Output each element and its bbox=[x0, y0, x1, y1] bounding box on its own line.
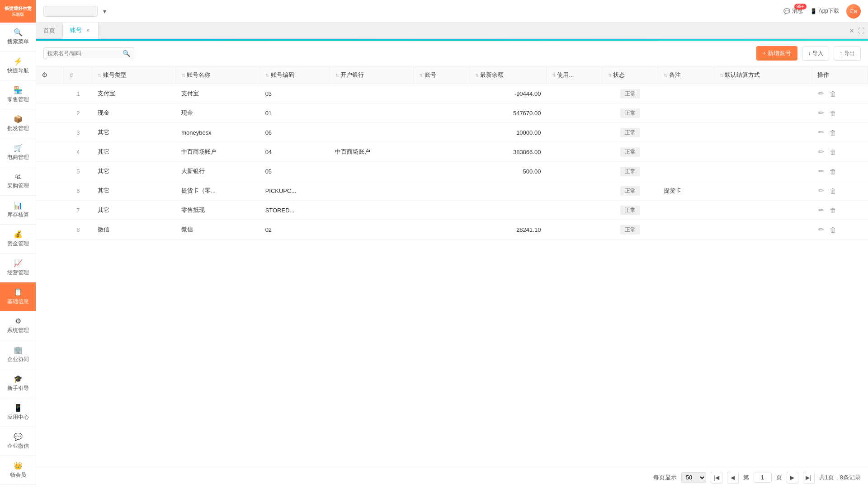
row-name-cell: 大新银行 bbox=[176, 162, 259, 181]
delete-button[interactable]: 🗑 bbox=[829, 147, 837, 157]
col-settings[interactable]: ⚙ bbox=[36, 66, 64, 84]
col-use-header[interactable]: ⇅ 使用... bbox=[546, 66, 602, 84]
sidebar-item-wechat[interactable]: 💬企业微信 bbox=[0, 427, 36, 456]
col-payment-header[interactable]: ⇅ 默认结算方式 bbox=[714, 66, 811, 84]
col-name-header[interactable]: ⇅ 账号名称 bbox=[176, 66, 259, 84]
close-window-button[interactable]: ✕ bbox=[849, 27, 854, 34]
dropdown-button[interactable]: ▾ bbox=[103, 8, 106, 15]
edit-button[interactable]: ✏ bbox=[817, 186, 825, 196]
col-balance-header[interactable]: ⇅ 最新余额 bbox=[469, 66, 546, 84]
per-page-label: 每页显示 bbox=[653, 474, 677, 482]
action-buttons: ✏ 🗑 bbox=[817, 147, 863, 157]
sort-icon-account: ⇅ bbox=[419, 73, 423, 78]
header-left: ▾ bbox=[43, 6, 106, 17]
header-search-input[interactable] bbox=[43, 6, 98, 17]
sidebar-icon-enterprise: 🏢 bbox=[14, 346, 23, 354]
sidebar-item-guide[interactable]: 🎓新手引导 bbox=[0, 369, 36, 398]
edit-button[interactable]: ✏ bbox=[817, 166, 825, 176]
delete-button[interactable]: 🗑 bbox=[829, 128, 837, 137]
sidebar-item-system[interactable]: ⚙系统管理 bbox=[0, 311, 36, 340]
maximize-window-button[interactable]: ⛶ bbox=[858, 27, 864, 34]
row-bank-cell bbox=[330, 220, 413, 239]
delete-button[interactable]: 🗑 bbox=[829, 225, 837, 235]
col-account-header[interactable]: ⇅ 账号 bbox=[414, 66, 470, 84]
row-action-cell: ✏ 🗑 bbox=[812, 123, 868, 142]
sidebar-item-basic-info[interactable]: 📋基础信息 bbox=[0, 282, 36, 311]
sidebar-icon-basic-info: 📋 bbox=[14, 288, 23, 296]
col-note-header[interactable]: ⇅ 备注 bbox=[658, 66, 714, 84]
table-row: 3 其它 moneybosx 06 10000.00 正常 ✏ 🗑 bbox=[36, 123, 868, 142]
sidebar-item-quick-nav[interactable]: ⚡快捷导航 bbox=[0, 52, 36, 80]
export-icon: ↑ bbox=[840, 50, 842, 56]
sidebar-item-app-center[interactable]: 📱应用中心 bbox=[0, 398, 36, 427]
edit-button[interactable]: ✏ bbox=[817, 108, 825, 118]
sidebar-item-inventory[interactable]: 📊库存核算 bbox=[0, 196, 36, 225]
row-note-cell: 提货卡 bbox=[658, 181, 714, 201]
row-bank-cell bbox=[330, 162, 413, 181]
edit-button[interactable]: ✏ bbox=[817, 225, 825, 235]
edit-button[interactable]: ✏ bbox=[817, 147, 825, 157]
row-name-cell: moneybosx bbox=[176, 123, 259, 142]
delete-button[interactable]: 🗑 bbox=[829, 186, 837, 196]
edit-button[interactable]: ✏ bbox=[817, 89, 825, 99]
row-status-cell: 正常 bbox=[602, 201, 658, 220]
row-code-cell: STORED... bbox=[260, 201, 330, 220]
first-page-button[interactable]: |◀ bbox=[711, 472, 722, 483]
export-label: 导出 bbox=[844, 50, 855, 57]
edit-button[interactable]: ✏ bbox=[817, 205, 825, 215]
delete-button[interactable]: 🗑 bbox=[829, 167, 837, 176]
per-page-select[interactable]: 50 20 100 bbox=[681, 472, 706, 483]
sidebar-item-member[interactable]: 👑畅会员 bbox=[0, 456, 36, 485]
export-button[interactable]: ↑ 导出 bbox=[834, 47, 861, 61]
col-status-header[interactable]: ⇅ 状态 bbox=[602, 66, 658, 84]
delete-button[interactable]: 🗑 bbox=[829, 206, 837, 215]
message-button[interactable]: 💬 消息 99+ bbox=[783, 7, 803, 15]
tab-account[interactable]: 账号 ✕ bbox=[63, 23, 99, 39]
edit-button[interactable]: ✏ bbox=[817, 127, 825, 137]
search-input[interactable] bbox=[47, 50, 120, 56]
last-page-button[interactable]: ▶| bbox=[803, 472, 815, 483]
row-use-cell bbox=[546, 220, 602, 239]
row-account-cell bbox=[414, 220, 470, 239]
sidebar-item-ecommerce[interactable]: 🛒电商管理 bbox=[0, 138, 36, 167]
sidebar-item-wholesale[interactable]: 📦批发管理 bbox=[0, 109, 36, 138]
col-bank-header[interactable]: ⇅ 开户银行 bbox=[330, 66, 413, 84]
delete-button[interactable]: 🗑 bbox=[829, 89, 837, 99]
toolbar-right: + 新增账号 ↓ 导入 ↑ 导出 bbox=[756, 46, 861, 61]
delete-button[interactable]: 🗑 bbox=[829, 108, 837, 118]
total-label: 共1页，8条记录 bbox=[819, 474, 861, 482]
sidebar-item-purchase[interactable]: 🛍采购管理 bbox=[0, 167, 36, 196]
col-code-header[interactable]: ⇅ 账号编码 bbox=[260, 66, 330, 84]
sort-icon-use: ⇅ bbox=[552, 73, 556, 78]
row-status-cell: 正常 bbox=[602, 103, 658, 123]
tab-account-close[interactable]: ✕ bbox=[85, 27, 91, 33]
col-type-header[interactable]: ⇅ 账号类型 bbox=[92, 66, 176, 84]
row-settings-cell bbox=[36, 84, 64, 103]
sidebar-item-finance[interactable]: 💰资金管理 bbox=[0, 225, 36, 253]
avatar[interactable]: Ea bbox=[846, 4, 861, 19]
import-button[interactable]: ↓ 导入 bbox=[802, 47, 829, 61]
sidebar-item-enterprise[interactable]: 🏢企业协同 bbox=[0, 340, 36, 369]
sidebar-item-operations[interactable]: 📈经营管理 bbox=[0, 253, 36, 282]
row-index-cell: 2 bbox=[64, 103, 92, 123]
row-code-cell: 05 bbox=[260, 162, 330, 181]
row-balance-cell: 500.00 bbox=[469, 162, 546, 181]
sort-icon-name: ⇅ bbox=[182, 73, 185, 78]
status-badge: 正常 bbox=[620, 147, 640, 157]
row-status-cell: 正常 bbox=[602, 181, 658, 201]
status-badge: 正常 bbox=[620, 225, 640, 235]
app-icon: 📱 bbox=[810, 8, 817, 14]
app-download-button[interactable]: 📱 App下载 bbox=[810, 7, 839, 15]
search-icon[interactable]: 🔍 bbox=[123, 50, 130, 57]
row-code-cell: 03 bbox=[260, 84, 330, 103]
prev-page-button[interactable]: ◀ bbox=[727, 472, 739, 483]
logo-top: 畅捷通好生意 bbox=[5, 5, 32, 12]
row-status-cell: 正常 bbox=[602, 84, 658, 103]
add-account-button[interactable]: + 新增账号 bbox=[756, 46, 797, 61]
sidebar-item-retail[interactable]: 🏪零售管理 bbox=[0, 80, 36, 109]
page-input[interactable] bbox=[754, 473, 772, 483]
next-page-button[interactable]: ▶ bbox=[787, 472, 798, 483]
tab-home[interactable]: 首页 bbox=[36, 23, 63, 38]
sidebar-item-search[interactable]: 🔍搜索菜单 bbox=[0, 23, 36, 52]
sidebar-label-enterprise: 企业协同 bbox=[7, 356, 29, 363]
